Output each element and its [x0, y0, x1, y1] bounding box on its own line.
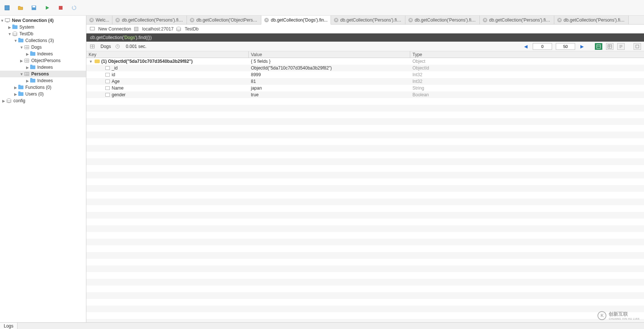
editor-tab[interactable]: ✕db.getCollection('Persons').fin... [331, 16, 405, 24]
grid-row[interactable]: ▼(1) ObjectId("5da710c707d3540ba3b29f82"… [86, 58, 644, 65]
close-icon[interactable]: ✕ [557, 18, 562, 22]
tree-item[interactable]: ▶ObjectPersons [0, 57, 86, 64]
tree-item-label: Collections (3) [25, 38, 54, 43]
twisty-icon: ▶ [25, 79, 30, 83]
tree-item[interactable]: ▼TestDb [0, 30, 86, 37]
computer-icon [4, 18, 10, 23]
tree-item[interactable]: ▼Persons [0, 71, 86, 77]
bc-conn: New Connection [98, 26, 131, 32]
view-text-button[interactable] [617, 43, 625, 50]
col-key[interactable]: Key [86, 51, 249, 58]
main-toolbar [0, 0, 644, 16]
twisty-icon: ▶ [7, 25, 12, 29]
editor-area: ✕Welc...✕db.getCollection('Persons').fin… [86, 16, 644, 322]
folder-icon [18, 85, 24, 90]
row-type: Boolean [410, 92, 644, 97]
tree-item-label: Functions (0) [25, 85, 51, 90]
breadcrumb: New Connection localhost:27017 TestDb [86, 25, 644, 33]
col-type[interactable]: Type [410, 51, 644, 58]
close-icon[interactable]: ✕ [483, 18, 487, 22]
tree-item[interactable]: ▼Dogs [0, 44, 86, 51]
run-icon[interactable] [44, 4, 51, 11]
tab-label: Welc... [96, 17, 109, 23]
editor-tab[interactable]: ✕db.getCollection('Persons').fin... [405, 16, 480, 24]
stop-icon[interactable] [57, 4, 64, 11]
query-editor[interactable]: db.getCollection('Dogs').find({}) [86, 33, 644, 42]
page-limit-input[interactable] [556, 43, 575, 50]
page-next-button[interactable]: ▶ [579, 44, 585, 49]
tree-root-label: New Connection (4) [12, 18, 54, 23]
tab-label: db.getCollection('ObjectPersons').fi... [196, 17, 258, 23]
editor-tabs: ✕Welc...✕db.getCollection('Persons').fin… [86, 16, 644, 25]
view-tree-button[interactable] [595, 43, 602, 50]
twisty-icon: ▼ [19, 45, 24, 49]
watermark-logo-icon: K [597, 311, 606, 320]
close-icon[interactable]: ✕ [115, 18, 120, 22]
editor-tab[interactable]: ✕db.getCollection('Persons').fin... [480, 16, 554, 24]
close-icon[interactable]: ✕ [264, 18, 269, 22]
close-icon[interactable]: ✕ [89, 18, 94, 22]
view-table-button[interactable] [606, 43, 613, 50]
popout-button[interactable] [634, 43, 641, 50]
tree-item[interactable]: ▶config [0, 97, 86, 104]
connect-icon[interactable] [4, 4, 10, 11]
tree-item[interactable]: ▶System [0, 24, 86, 30]
refresh-icon[interactable] [71, 4, 77, 11]
tree-item[interactable]: ▶Indexes [0, 64, 86, 71]
editor-tab[interactable]: ✕db.getCollection('ObjectPersons').fi... [187, 16, 261, 24]
logs-tab[interactable]: Logs [0, 323, 17, 329]
editor-tab[interactable]: ✕db.getCollection('Persons').fin... [554, 16, 629, 24]
close-icon[interactable]: ✕ [408, 18, 413, 22]
folder-icon [30, 51, 36, 57]
tree-item[interactable]: ▶Users (0) [0, 91, 86, 97]
svg-rect-0 [5, 6, 9, 10]
row-key: Name [112, 86, 124, 91]
row-key: Age [112, 79, 119, 84]
grid-row[interactable]: Age81Int32 [86, 78, 644, 85]
svg-rect-9 [597, 45, 600, 48]
tree-root[interactable]: ▼ New Connection (4) [0, 17, 86, 24]
svg-rect-6 [90, 27, 95, 30]
tab-label: db.getCollection('Persons').fin... [564, 17, 625, 23]
twisty-icon: ▶ [25, 65, 30, 70]
connection-tree: ▼ New Connection (4) ▶System▼TestDb▼Coll… [0, 16, 86, 322]
twisty-icon: ▼ [0, 19, 4, 23]
page-skip-input[interactable] [533, 43, 552, 50]
close-icon[interactable]: ✕ [190, 18, 194, 22]
collection-icon [24, 71, 30, 77]
svg-rect-17 [636, 45, 639, 48]
tree-item[interactable]: ▶Functions (0) [0, 84, 86, 91]
open-icon[interactable] [17, 4, 24, 11]
object-icon [95, 59, 100, 64]
editor-tab[interactable]: ✕Welc... [86, 16, 112, 24]
grid-row[interactable]: NamejapanString [86, 85, 644, 91]
row-type: String [410, 86, 644, 91]
row-value: 81 [249, 79, 410, 84]
col-value[interactable]: Value [249, 51, 410, 58]
tab-label: db.getCollection('Persons').fin... [415, 17, 476, 23]
computer-icon [89, 26, 95, 32]
tab-label: db.getCollection('Persons').fin... [122, 17, 184, 23]
editor-tab[interactable]: ✕db.getCollection('Persons').fin... [112, 16, 187, 24]
twisty-icon: ▼ [13, 39, 18, 43]
twisty-icon: ▶ [25, 52, 30, 56]
grid-row[interactable]: _idObjectId("5da710c707d3540ba3b29f82")O… [86, 65, 644, 71]
close-icon[interactable]: ✕ [334, 18, 338, 22]
tree-item-label: Indexes [37, 78, 53, 83]
row-value: japan [249, 86, 410, 91]
tree-item[interactable]: ▼Collections (3) [0, 37, 86, 44]
save-icon[interactable] [31, 4, 37, 11]
tree-item[interactable]: ▶Indexes [0, 51, 86, 57]
tree-item[interactable]: ▶Indexes [0, 77, 86, 84]
grid-row[interactable]: gendertrueBoolean [86, 91, 644, 98]
row-key: (1) ObjectId("5da710c707d3540ba3b29f82") [101, 59, 193, 64]
row-value: { 5 fields } [249, 59, 410, 64]
svg-rect-11 [608, 45, 612, 48]
svg-rect-7 [134, 27, 138, 31]
tree-item-label: TestDb [19, 31, 33, 36]
result-grid[interactable]: ▼(1) ObjectId("5da710c707d3540ba3b29f82"… [86, 58, 644, 322]
database-icon [6, 98, 12, 103]
editor-tab[interactable]: ✕db.getCollection('Dogs').fin... [261, 16, 331, 25]
grid-row[interactable]: id8999Int32 [86, 71, 644, 78]
page-prev-button[interactable]: ◀ [523, 44, 529, 49]
